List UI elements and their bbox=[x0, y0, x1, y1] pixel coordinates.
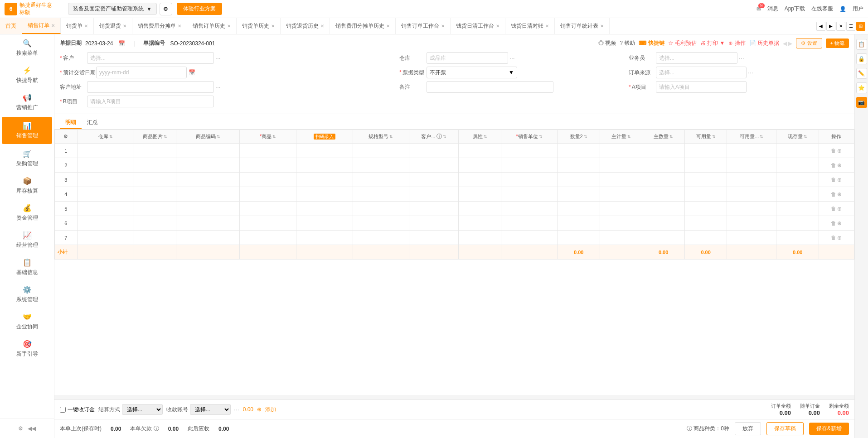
cell-attr[interactable] bbox=[459, 144, 501, 158]
cell-unit[interactable] bbox=[501, 173, 558, 187]
cell-spec[interactable] bbox=[353, 158, 409, 173]
remark-input[interactable] bbox=[427, 81, 553, 93]
cell-warehouse[interactable] bbox=[77, 202, 134, 216]
delete-icon[interactable]: 🗑 bbox=[831, 220, 836, 226]
nav-expand-btn[interactable]: ⊞ bbox=[856, 22, 865, 31]
help-btn[interactable]: ? 帮助 bbox=[620, 39, 635, 47]
profit-btn[interactable]: ☆ 毛利预估 bbox=[668, 39, 697, 47]
gear-button[interactable]: ⚙ bbox=[160, 3, 172, 15]
close-icon[interactable]: ✕ bbox=[320, 24, 324, 29]
copy-icon[interactable]: ⊕ bbox=[837, 148, 842, 154]
cell-qty2[interactable] bbox=[558, 216, 600, 231]
close-icon[interactable]: ✕ bbox=[545, 24, 549, 29]
message-icon-wrap[interactable]: ✉ 9 bbox=[756, 6, 761, 12]
close-icon[interactable]: ✕ bbox=[51, 23, 55, 28]
sidebar-item-guide[interactable]: 🎯 新手引导 bbox=[0, 335, 54, 362]
settle-method-select[interactable]: 选择... bbox=[122, 404, 163, 415]
nav-tab-order-history[interactable]: 销售订单历史 ✕ bbox=[187, 18, 237, 34]
cell-unit[interactable] bbox=[501, 158, 558, 173]
right-panel-btn-4[interactable]: ⭐ bbox=[856, 82, 867, 93]
cell-attr[interactable] bbox=[459, 231, 501, 245]
video-btn[interactable]: ◎ 视频 bbox=[598, 39, 616, 47]
history-btn[interactable]: 📄 历史单据 bbox=[749, 39, 779, 47]
cell-name[interactable] bbox=[240, 158, 296, 173]
cell-spec[interactable] bbox=[353, 216, 409, 231]
cell-spec[interactable] bbox=[353, 144, 409, 158]
cell-warehouse[interactable] bbox=[77, 231, 134, 245]
close-icon[interactable]: ✕ bbox=[386, 24, 390, 29]
close-icon[interactable]: ✕ bbox=[271, 24, 275, 29]
nav-prev-btn[interactable]: ◀ bbox=[816, 22, 825, 31]
cell-code[interactable] bbox=[176, 158, 240, 173]
cell-main-qty[interactable] bbox=[642, 231, 684, 245]
copy-icon[interactable]: ⊕ bbox=[837, 162, 842, 168]
cell-warehouse[interactable] bbox=[77, 158, 134, 173]
cell-scan[interactable] bbox=[296, 202, 353, 216]
cell-code[interactable] bbox=[176, 202, 240, 216]
nav-tab-sales-expense[interactable]: 销售费用分摊单 ✕ bbox=[132, 18, 187, 34]
cell-qty2[interactable] bbox=[558, 231, 600, 245]
a-project-input[interactable] bbox=[656, 81, 747, 93]
online-service-link[interactable]: 在线客服 bbox=[811, 5, 833, 13]
cell-main-qty[interactable] bbox=[642, 173, 684, 187]
cell-customer-code[interactable] bbox=[409, 202, 459, 216]
close-icon[interactable]: ✕ bbox=[496, 24, 499, 29]
cell-warehouse[interactable] bbox=[77, 144, 134, 158]
cell-scan[interactable] bbox=[296, 173, 353, 187]
sidebar-item-basicinfo[interactable]: 📋 基础信息 bbox=[0, 254, 54, 281]
cell-code[interactable] bbox=[176, 187, 240, 202]
right-panel-btn-5[interactable]: 📷 bbox=[856, 97, 867, 108]
staff-dots[interactable]: ··· bbox=[739, 54, 744, 62]
nav-tab-sales-return[interactable]: 销货退货 ✕ bbox=[94, 18, 132, 34]
delete-icon[interactable]: 🗑 bbox=[831, 162, 836, 168]
cell-spec[interactable] bbox=[353, 231, 409, 245]
cell-spec[interactable] bbox=[353, 202, 409, 216]
cell-scan[interactable] bbox=[296, 231, 353, 245]
print-btn[interactable]: 🖨 打印 ▼ bbox=[700, 39, 725, 47]
cell-name[interactable] bbox=[240, 173, 296, 187]
cell-name[interactable] bbox=[240, 187, 296, 202]
cell-attr[interactable] bbox=[459, 173, 501, 187]
cell-unit[interactable] bbox=[501, 202, 558, 216]
sidebar-item-marketing[interactable]: 📢 营销推广 bbox=[0, 89, 54, 116]
discard-button[interactable]: 放弃 bbox=[735, 422, 761, 435]
horizontal-scrollbar[interactable] bbox=[60, 395, 849, 399]
cell-unit[interactable] bbox=[501, 216, 558, 231]
cell-name[interactable] bbox=[240, 231, 296, 245]
close-icon[interactable]: ✕ bbox=[178, 24, 181, 29]
cell-code[interactable] bbox=[176, 231, 240, 245]
sidebar-item-search[interactable]: 🔍 搜索菜单 bbox=[0, 34, 54, 62]
close-icon[interactable]: ✕ bbox=[600, 24, 604, 29]
sidebar-item-system[interactable]: ⚙️ 系统管理 bbox=[0, 281, 54, 308]
cell-qty2[interactable] bbox=[558, 202, 600, 216]
tab-detail[interactable]: 明细 bbox=[60, 117, 82, 129]
nav-close-btn[interactable]: ✕ bbox=[836, 22, 845, 31]
addr-input[interactable] bbox=[87, 81, 214, 93]
cell-attr[interactable] bbox=[459, 158, 501, 173]
shortcut-btn[interactable]: ⌨ 快捷键 bbox=[639, 39, 664, 47]
cell-main-qty[interactable] bbox=[642, 187, 684, 202]
cell-name[interactable] bbox=[240, 144, 296, 158]
sidebar-collapse-btn[interactable]: ⚙ ◀◀ bbox=[0, 423, 54, 434]
cell-name[interactable] bbox=[240, 216, 296, 231]
b-project-input[interactable] bbox=[87, 96, 214, 107]
customer-dots[interactable]: ··· bbox=[215, 54, 221, 62]
quick-settle-label[interactable]: 一键收订金 bbox=[60, 406, 95, 414]
cell-code[interactable] bbox=[176, 216, 240, 231]
receive-account-select[interactable]: 选择... bbox=[190, 404, 231, 415]
cell-warehouse[interactable] bbox=[77, 173, 134, 187]
cell-unit[interactable] bbox=[501, 187, 558, 202]
cell-spec[interactable] bbox=[353, 173, 409, 187]
delete-icon[interactable]: 🗑 bbox=[831, 148, 836, 154]
nav-tab-return-history[interactable]: 销货退货历史 ✕ bbox=[281, 18, 330, 34]
cell-main-qty[interactable] bbox=[642, 144, 684, 158]
nav-tab-stats[interactable]: 销售订单统计表 ✕ bbox=[555, 18, 610, 34]
quick-settle-checkbox[interactable] bbox=[60, 407, 66, 413]
save-new-button[interactable]: 保存&新增 bbox=[809, 423, 849, 435]
cell-qty2[interactable] bbox=[558, 187, 600, 202]
cell-scan[interactable] bbox=[296, 216, 353, 231]
nav-tab-home[interactable]: 首页 bbox=[0, 18, 22, 34]
app-name-selector[interactable]: 装备及固定资产辅助管理系统 ▼ bbox=[68, 3, 157, 15]
sidebar-item-operation[interactable]: 📈 经营管理 bbox=[0, 226, 54, 254]
delete-icon[interactable]: 🗑 bbox=[831, 206, 836, 212]
